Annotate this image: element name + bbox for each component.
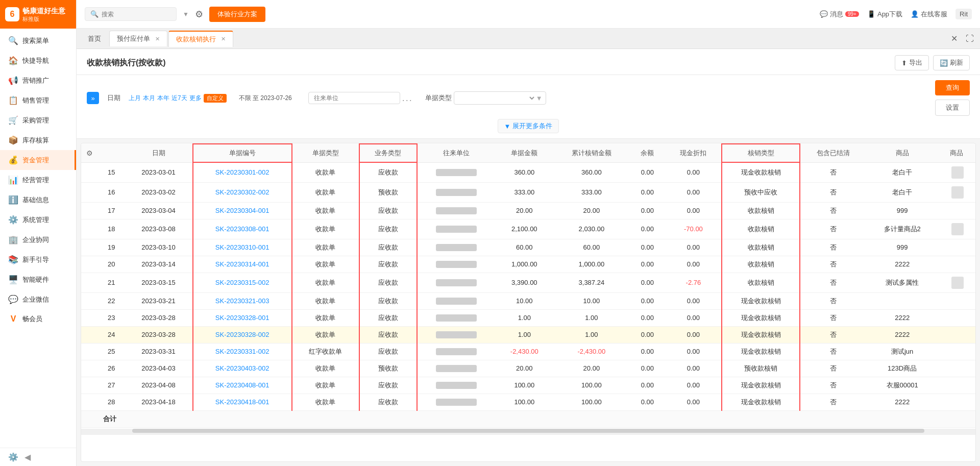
voucher-no-link[interactable]: SK-20230315-002	[215, 279, 270, 286]
td-goods: 测试jun	[866, 343, 938, 360]
footer-writeoff-amount	[553, 410, 629, 427]
voucher-no-link[interactable]: SK-20230308-001	[215, 225, 270, 233]
th-cash-discount: 现金折扣	[665, 144, 722, 162]
username-display[interactable]: Rit	[955, 9, 972, 19]
date-custom-badge[interactable]: 自定义	[204, 94, 227, 103]
sidebar-item-inventory[interactable]: 📦 库存核算	[0, 130, 76, 150]
sidebar-item-marketing[interactable]: 📢 营销推广	[0, 70, 76, 90]
voucher-no-link[interactable]: SK-20230328-002	[215, 331, 270, 338]
tab-collection[interactable]: 收款核销执行 ✕	[168, 31, 233, 47]
th-settings[interactable]: ⚙	[81, 144, 98, 162]
sidebar-item-operations[interactable]: 📊 经营管理	[0, 170, 76, 190]
export-button[interactable]: ⬆ 导出	[895, 55, 929, 70]
industry-solution-button[interactable]: 体验行业方案	[209, 7, 265, 22]
refresh-button[interactable]: 🔄 刷新	[933, 55, 970, 70]
voucher-no-link[interactable]: SK-20230321-003	[215, 297, 270, 305]
prepay-tab-close[interactable]: ✕	[155, 36, 160, 42]
date-more[interactable]: 更多	[189, 94, 202, 103]
topbar-gear-icon[interactable]: ⚙	[195, 9, 203, 20]
sidebar-item-system[interactable]: ⚙️ 系统管理	[0, 210, 76, 230]
query-button[interactable]: 查询	[935, 80, 970, 95]
sidebar-label-inventory: 库存核算	[22, 136, 49, 145]
tab-prepay[interactable]: 预付应付单 ✕	[109, 31, 167, 46]
tab-expand-btn[interactable]: ⛶	[964, 32, 976, 45]
collapse-icon[interactable]: ◀	[24, 452, 31, 462]
system-icon: ⚙️	[8, 215, 18, 225]
td-goods-img	[938, 360, 975, 377]
gear-icon[interactable]: ⚙	[86, 149, 93, 157]
collection-tab-close[interactable]: ✕	[221, 36, 226, 42]
td-counterparty	[417, 292, 496, 309]
sidebar-item-search[interactable]: 🔍 搜索菜单	[0, 31, 76, 51]
voucher-no-link[interactable]: SK-20230328-001	[215, 314, 270, 322]
masked-counterparty	[436, 314, 477, 322]
voucher-no-link[interactable]: SK-20230310-001	[215, 243, 270, 251]
td-date: 2023-03-31	[125, 343, 192, 360]
table-row: 17 2023-03-04 SK-20230304-001 收款单 应收款 20…	[81, 202, 975, 219]
td-goods-img	[938, 377, 975, 394]
td-balance: 0.00	[629, 256, 665, 273]
sidebar-item-purchase[interactable]: 🛒 采购管理	[0, 110, 76, 130]
sidebar-item-member[interactable]: V 畅会员	[0, 309, 76, 329]
topbar-search-box[interactable]: 🔍	[85, 7, 177, 21]
voucher-no-link[interactable]: SK-20230301-002	[215, 168, 270, 176]
app-name-sub: 标推版	[22, 15, 65, 22]
td-goods-img	[938, 162, 975, 182]
td-voucher-no: SK-20230304-001	[193, 202, 292, 219]
td-seq: 17	[98, 202, 125, 219]
td-voucher-no: SK-20230328-001	[193, 309, 292, 326]
topbar-search-icon: 🔍	[90, 10, 99, 18]
td-voucher-type: 收款单	[292, 273, 359, 292]
date-this-year[interactable]: 本年	[157, 94, 169, 103]
date-last-month[interactable]: 上月	[129, 94, 141, 103]
td-goods: 衣服00001	[866, 377, 938, 394]
online-service-item[interactable]: 👤 在线客服	[911, 10, 947, 19]
scrollbar-thumb[interactable]	[132, 429, 924, 433]
sidebar-item-basic[interactable]: ℹ️ 基础信息	[0, 190, 76, 210]
filter-expand-button[interactable]: ▼ 展开更多条件	[498, 119, 559, 133]
td-amount: -2,430.00	[495, 343, 553, 360]
td-writeoff-amount: 10.00	[553, 292, 629, 309]
operations-icon: 📊	[8, 175, 18, 185]
td-amount: 1,000.00	[495, 256, 553, 273]
sidebar-label-member: 畅会员	[22, 314, 42, 324]
sidebar-item-finance[interactable]: 💰 资金管理	[0, 150, 76, 170]
td-writeoff-amount: 100.00	[553, 394, 629, 410]
voucher-no-link[interactable]: SK-20230331-002	[215, 348, 270, 355]
td-goods: 2222	[866, 256, 938, 273]
filter-collapse-button[interactable]: »	[87, 92, 99, 104]
sidebar-item-guide[interactable]: 📚 新手引导	[0, 250, 76, 269]
voucher-no-link[interactable]: SK-20230418-001	[215, 398, 270, 406]
topbar-search-input[interactable]	[102, 11, 168, 18]
horizontal-scrollbar[interactable]	[81, 429, 975, 435]
tab-home[interactable]: 首页	[81, 31, 108, 46]
date-this-month[interactable]: 本月	[143, 94, 155, 103]
sidebar-item-hardware[interactable]: 🖥️ 智能硬件	[0, 269, 76, 289]
sidebar-item-wechat[interactable]: 💬 企业微信	[0, 289, 76, 309]
sidebar-item-quick[interactable]: 🏠 快捷导航	[0, 51, 76, 70]
settings-bottom-icon[interactable]: ⚙️	[8, 452, 18, 462]
counterparty-input[interactable]	[308, 92, 400, 104]
topbar-dropdown-arrow[interactable]: ▼	[183, 11, 189, 18]
sidebar-item-sales[interactable]: 📋 销售管理	[0, 90, 76, 110]
voucher-no-link[interactable]: SK-20230408-001	[215, 381, 270, 389]
setting-button[interactable]: 设置	[935, 100, 970, 116]
td-include-settled: 否	[800, 273, 867, 292]
th-writeoff-type: 核销类型	[722, 144, 799, 162]
tab-close-btn[interactable]: ✕	[949, 32, 960, 45]
voucher-no-link[interactable]: SK-20230304-001	[215, 207, 270, 214]
td-biz-type: 应收款	[359, 162, 417, 182]
voucher-no-link[interactable]: SK-20230403-002	[215, 364, 270, 372]
sidebar-item-enterprise[interactable]: 🏢 企业协同	[0, 230, 76, 250]
td-voucher-type: 收款单	[292, 256, 359, 273]
voucher-no-link[interactable]: SK-20230302-002	[215, 188, 270, 196]
footer-balance	[629, 410, 665, 427]
voucher-no-link[interactable]: SK-20230314-001	[215, 260, 270, 268]
date-last-7days[interactable]: 近7天	[172, 94, 187, 103]
notification-item[interactable]: 💬 消息 99+	[820, 10, 859, 19]
td-cash-discount: 0.00	[665, 202, 722, 219]
page-content: 收款核销执行(按收款) ⬆ 导出 🔄 刷新 » 日期 上月	[77, 49, 980, 466]
voucher-type-select[interactable]	[454, 92, 536, 104]
sidebar-label-quick: 快捷导航	[22, 56, 49, 65]
app-download-item[interactable]: 📱 App下载	[867, 10, 902, 19]
